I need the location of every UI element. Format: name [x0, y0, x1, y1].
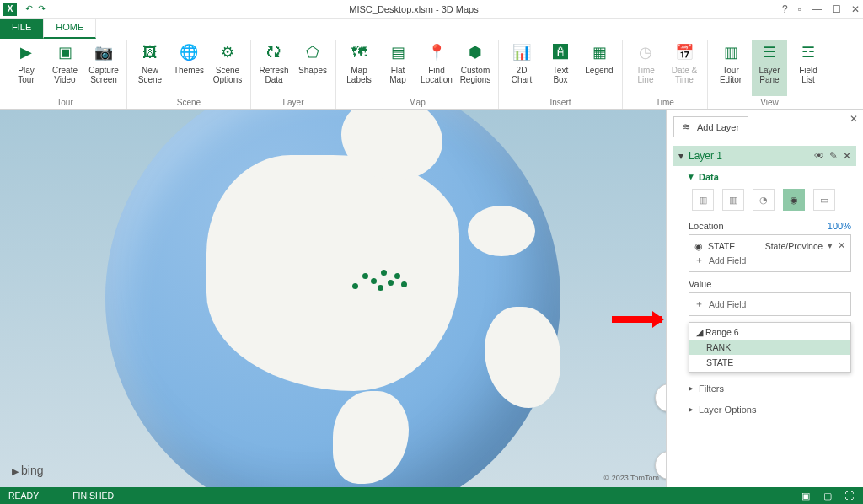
- flat-map-button[interactable]: ▤Flat Map: [380, 40, 415, 96]
- value-box: ＋Add Field: [689, 292, 851, 316]
- group-view: View: [713, 96, 826, 109]
- pencil-icon[interactable]: ✎: [829, 150, 838, 162]
- field-dropdown: ◢ Range 6 RANK STATE: [689, 322, 851, 373]
- custom-regions-button[interactable]: ⬢Custom Regions: [458, 40, 493, 96]
- delete-icon[interactable]: ✕: [843, 150, 851, 162]
- text-box-button[interactable]: 🅰Text Box: [543, 40, 578, 96]
- titlebar: X ↶ ↷ MISC_Desktop.xlsm - 3D Maps ? ▫ — …: [0, 0, 863, 19]
- excel-icon: X: [3, 3, 17, 16]
- globe-icon: 🌐: [178, 42, 200, 64]
- legend-button[interactable]: ▦Legend: [582, 40, 617, 96]
- refresh-icon: 🗘: [263, 42, 285, 64]
- camera-icon: 📷: [93, 42, 115, 64]
- close-icon[interactable]: ✕: [851, 3, 860, 15]
- 2d-chart-button[interactable]: 📊2D Chart: [504, 40, 539, 96]
- play-tour-button[interactable]: ▶Play Tour: [8, 40, 44, 96]
- radio-icon[interactable]: ◉: [694, 241, 703, 251]
- value-label: Value: [689, 279, 711, 289]
- layer-pane-button[interactable]: ☰Layer Pane: [752, 40, 787, 96]
- list-icon: ☲: [797, 42, 819, 64]
- minimize-icon[interactable]: —: [812, 3, 822, 15]
- status-icon-2[interactable]: ▢: [823, 491, 832, 501]
- nav-left-button[interactable]: ˂: [655, 383, 666, 412]
- group-layer: Layer: [256, 96, 330, 109]
- eye-icon[interactable]: 👁: [814, 150, 824, 162]
- new-scene-button[interactable]: 🖼New Scene: [132, 40, 168, 96]
- find-location-button[interactable]: 📍Find Location: [419, 40, 454, 96]
- tab-file[interactable]: FILE: [0, 19, 43, 39]
- group-insert: Insert: [504, 96, 617, 109]
- gear-icon: ⚙: [217, 42, 239, 64]
- status-finished: FINISHED: [72, 491, 114, 501]
- location-type[interactable]: State/Province: [765, 241, 823, 251]
- quick-access-toolbar: ↶ ↷: [25, 3, 46, 14]
- filters-section[interactable]: ▸Filters: [673, 378, 856, 399]
- legend-icon: ▦: [588, 42, 610, 64]
- group-time: Time: [628, 96, 702, 109]
- dropdown-rank[interactable]: RANK: [689, 340, 850, 355]
- tour-editor-button[interactable]: ▥Tour Editor: [713, 40, 748, 96]
- map-canvas[interactable]: ▶ bing © 2023 TomTom ˄ ˅ ˂ ˃ + −: [0, 110, 666, 487]
- status-bar: READY FINISHED ▣ ▢ ⛶: [0, 487, 863, 504]
- redo-icon[interactable]: ↷: [38, 3, 46, 14]
- add-layer-button[interactable]: ≋ Add Layer: [673, 116, 748, 137]
- bing-logo: ▶ bing: [12, 464, 44, 477]
- editor-icon: ▥: [720, 42, 742, 64]
- annotation-arrow: [612, 316, 662, 323]
- location-label: Location: [689, 221, 724, 231]
- video-icon: ▣: [54, 42, 76, 64]
- textbox-icon: 🅰: [549, 42, 571, 64]
- field-list-button[interactable]: ☲Field List: [791, 40, 826, 96]
- create-video-button[interactable]: ▣Create Video: [47, 40, 83, 96]
- chart-icon: 📊: [511, 42, 533, 64]
- dropdown-range[interactable]: ◢ Range 6: [689, 324, 850, 340]
- restore-icon[interactable]: ▫: [798, 3, 801, 15]
- status-icon-1[interactable]: ▣: [801, 491, 810, 501]
- maximize-icon[interactable]: ☐: [832, 3, 841, 15]
- layer-name: Layer 1: [689, 150, 809, 162]
- viz-region[interactable]: ▭: [813, 189, 835, 211]
- layers-icon: ≋: [683, 121, 690, 132]
- pane-icon: ☰: [758, 42, 780, 64]
- main-area: ▶ bing © 2023 TomTom ˄ ˅ ˂ ˃ + − ✕ ≋ Add…: [0, 110, 863, 487]
- layer-header[interactable]: ▾ Layer 1 👁 ✎ ✕: [673, 146, 856, 166]
- layer-options-section[interactable]: ▸Layer Options: [673, 399, 856, 420]
- tab-home[interactable]: HOME: [43, 19, 96, 39]
- shapes-icon: ⬠: [302, 42, 324, 64]
- add-value-field[interactable]: ＋Add Field: [693, 297, 847, 312]
- map-labels-button[interactable]: 🗺Map Labels: [341, 40, 377, 96]
- flatmap-icon: ▤: [387, 42, 409, 64]
- scene-options-button[interactable]: ⚙Scene Options: [210, 40, 245, 96]
- pin-icon: 📍: [426, 42, 448, 64]
- viz-clustered[interactable]: ▥: [722, 189, 744, 211]
- help-icon[interactable]: ?: [782, 3, 788, 15]
- location-box: ◉ STATE State/Province ▾ ✕ ＋Add Field: [689, 234, 851, 272]
- globe: [105, 110, 560, 487]
- capture-screen-button[interactable]: 📷Capture Screen: [86, 40, 121, 96]
- ribbon-tabs: FILE HOME: [0, 19, 863, 39]
- timeline-button[interactable]: ◷Time Line: [628, 40, 663, 96]
- refresh-data-button[interactable]: 🗘Refresh Data: [256, 40, 292, 96]
- viz-bubble[interactable]: ◔: [753, 189, 775, 211]
- themes-button[interactable]: 🌐Themes: [171, 40, 206, 96]
- close-pane-icon[interactable]: ✕: [850, 113, 858, 125]
- status-ready: READY: [8, 491, 39, 501]
- shapes-button[interactable]: ⬠Shapes: [295, 40, 330, 96]
- labels-icon: 🗺: [348, 42, 370, 64]
- remove-field-icon[interactable]: ✕: [838, 240, 845, 251]
- datetime-button[interactable]: 📅Date & Time: [667, 40, 702, 96]
- add-location-field[interactable]: ＋Add Field: [693, 253, 847, 268]
- data-section[interactable]: ▾Data: [689, 171, 851, 182]
- timeline-icon: ◷: [635, 42, 657, 64]
- status-icon-3[interactable]: ⛶: [845, 491, 855, 501]
- viz-type-row: ▥ ▥ ◔ ◉ ▭: [689, 189, 851, 211]
- viz-stacked[interactable]: ▥: [692, 189, 714, 211]
- undo-icon[interactable]: ↶: [25, 3, 33, 14]
- dropdown-state[interactable]: STATE: [689, 355, 850, 370]
- collapse-icon[interactable]: ▾: [678, 150, 683, 162]
- play-icon: ▶: [15, 42, 37, 64]
- viz-heat[interactable]: ◉: [783, 189, 805, 211]
- calendar-icon: 📅: [673, 42, 695, 64]
- chevron-down-icon[interactable]: ▾: [828, 240, 833, 251]
- location-pct[interactable]: 100%: [828, 221, 851, 231]
